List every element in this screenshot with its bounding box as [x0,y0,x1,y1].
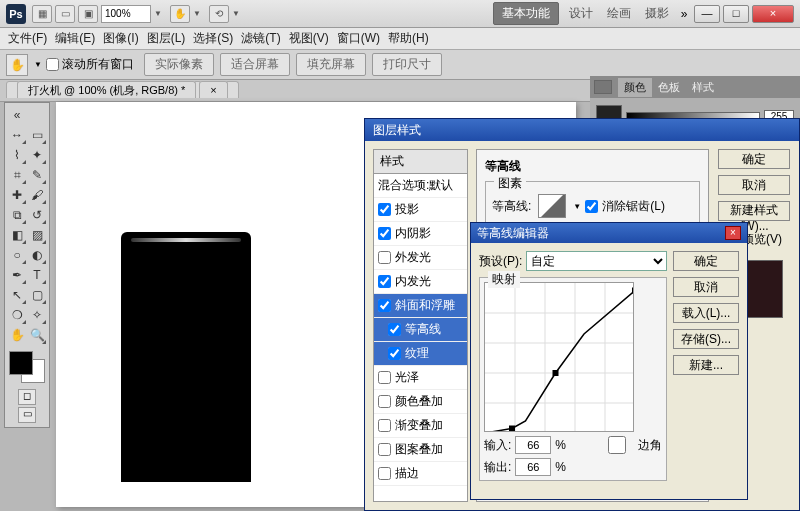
eyedropper-tool[interactable]: ✎ [27,165,47,185]
wand-tool[interactable]: ✦ [27,145,47,165]
chk-inner-shadow[interactable] [378,227,391,240]
corner-checkbox[interactable] [599,436,635,454]
ce-save-button[interactable]: 存储(S)... [673,329,739,349]
screen-mode-toggle[interactable]: ▭ [18,407,36,423]
chk-texture[interactable] [388,347,401,360]
workspace-tab-design[interactable]: 设计 [563,3,599,24]
actual-pixels-button[interactable]: 实际像素 [144,53,214,76]
preset-select[interactable]: 自定 [526,251,667,271]
crop-tool[interactable]: ⌗ [7,165,27,185]
style-item-inner-shadow[interactable]: 内阴影 [374,222,467,246]
marquee-tool[interactable]: ▭ [27,125,47,145]
hand-tool-icon[interactable]: ✋ [6,54,28,76]
blur-tool[interactable]: ○ [7,245,27,265]
ce-load-button[interactable]: 载入(L)... [673,303,739,323]
window-maximize[interactable]: □ [723,5,749,23]
chk-drop-shadow[interactable] [378,203,391,216]
hand-titlebar-icon[interactable]: ✋ [170,5,190,23]
mini-bridge-icon[interactable]: ▦ [32,5,52,23]
input-field[interactable] [515,436,551,454]
screen-mode-icon[interactable]: ▣ [78,5,98,23]
document-tab[interactable]: 打火机 @ 100% (机身, RGB/8) * × [6,81,239,98]
pen-tool[interactable]: ✒ [7,265,27,285]
style-item-outer-glow[interactable]: 外发光 [374,246,467,270]
hand-tool[interactable]: ✋ [7,325,27,345]
workspace-more-icon[interactable]: » [677,7,691,21]
rotate-view-icon[interactable]: ⟲ [209,5,229,23]
chk-gradient-overlay[interactable] [378,419,391,432]
print-size-button[interactable]: 打印尺寸 [372,53,442,76]
history-brush-tool[interactable]: ↺ [27,205,47,225]
chk-stroke[interactable] [378,467,391,480]
panel-tab-swatches[interactable]: 色板 [652,78,686,97]
fit-screen-button[interactable]: 适合屏幕 [220,53,290,76]
menu-filter[interactable]: 滤镜(T) [237,28,284,49]
move-tool[interactable]: ↔ [7,125,27,145]
lasso-tool[interactable]: ⌇ [7,145,27,165]
stamp-tool[interactable]: ⧉ [7,205,27,225]
fill-screen-button[interactable]: 填充屏幕 [296,53,366,76]
menu-select[interactable]: 选择(S) [189,28,237,49]
contour-editor-close[interactable]: × [725,226,741,240]
gradient-tool[interactable]: ▨ [27,225,47,245]
style-item-texture[interactable]: 纹理 [374,342,467,366]
ok-button[interactable]: 确定 [718,149,790,169]
menu-view[interactable]: 视图(V) [285,28,333,49]
3d-camera-tool[interactable]: ✧ [27,305,47,325]
brush-tool[interactable]: 🖌 [27,185,47,205]
type-tool[interactable]: T [27,265,47,285]
window-close[interactable]: × [752,5,794,23]
style-item-bevel[interactable]: 斜面和浮雕 [374,294,467,318]
chk-pattern-overlay[interactable] [378,443,391,456]
arrange-icon[interactable]: ▭ [55,5,75,23]
panel-icon[interactable] [594,80,612,94]
3d-tool[interactable]: ❍ [7,305,27,325]
panel-tab-color[interactable]: 颜色 [618,78,652,97]
menu-layer[interactable]: 图层(L) [143,28,190,49]
cancel-button[interactable]: 取消 [718,175,790,195]
new-style-button[interactable]: 新建样式(W)... [718,201,790,221]
style-item-satin[interactable]: 光泽 [374,366,467,390]
antialias-checkbox[interactable] [585,200,598,213]
collapse-icon[interactable]: « [7,105,27,125]
window-minimize[interactable]: — [694,5,720,23]
style-blend-options[interactable]: 混合选项:默认 [374,174,467,198]
style-item-color-overlay[interactable]: 颜色叠加 [374,390,467,414]
chk-contour[interactable] [388,323,401,336]
style-item-contour[interactable]: 等高线 [374,318,467,342]
style-item-drop-shadow[interactable]: 投影 [374,198,467,222]
mapping-curve-graph[interactable] [484,282,634,432]
chk-outer-glow[interactable] [378,251,391,264]
zoom-tool[interactable]: 🔍 [27,325,47,345]
zoom-level-field[interactable]: 100% [101,5,151,23]
dodge-tool[interactable]: ◐ [27,245,47,265]
shape-tool[interactable]: ▢ [27,285,47,305]
workspace-basic-button[interactable]: 基本功能 [493,2,559,25]
chk-satin[interactable] [378,371,391,384]
style-item-gradient-overlay[interactable]: 渐变叠加 [374,414,467,438]
zoom-dropdown-icon[interactable]: ▼ [154,9,164,18]
workspace-tab-photo[interactable]: 摄影 [639,3,675,24]
contour-dropdown-icon[interactable]: ▼ [573,202,581,211]
menu-help[interactable]: 帮助(H) [384,28,433,49]
chk-inner-glow[interactable] [378,275,391,288]
menu-window[interactable]: 窗口(W) [333,28,384,49]
style-item-inner-glow[interactable]: 内发光 [374,270,467,294]
ce-new-button[interactable]: 新建... [673,355,739,375]
workspace-tab-paint[interactable]: 绘画 [601,3,637,24]
scroll-all-checkbox[interactable] [46,58,59,71]
chk-bevel[interactable] [378,299,391,312]
ce-ok-button[interactable]: 确定 [673,251,739,271]
contour-picker[interactable] [538,194,566,218]
heal-tool[interactable]: ✚ [7,185,27,205]
color-swatch[interactable] [7,349,47,385]
path-select-tool[interactable]: ↖ [7,285,27,305]
quick-mask-icon[interactable]: ◻ [18,389,36,405]
menu-file[interactable]: 文件(F) [4,28,51,49]
ce-cancel-button[interactable]: 取消 [673,277,739,297]
panel-tab-styles[interactable]: 样式 [686,78,720,97]
menu-edit[interactable]: 编辑(E) [51,28,99,49]
menu-image[interactable]: 图像(I) [99,28,142,49]
output-field[interactable] [515,458,551,476]
eraser-tool[interactable]: ◧ [7,225,27,245]
